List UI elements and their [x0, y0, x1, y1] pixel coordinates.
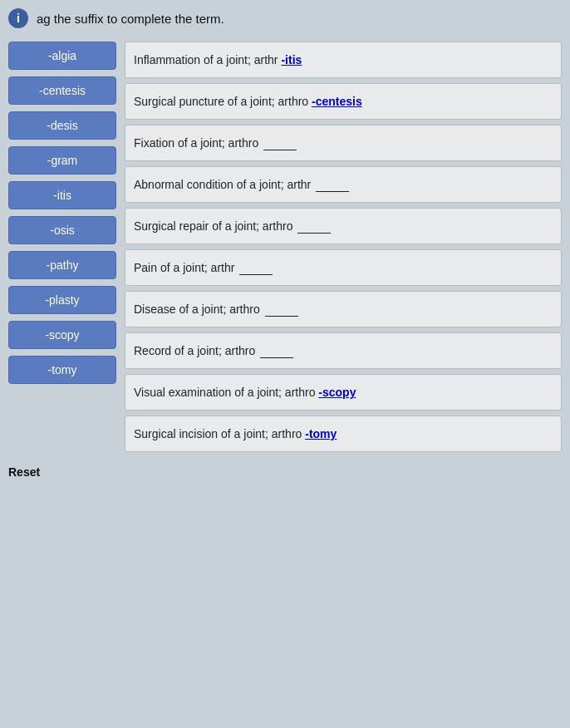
definition-box: Visual examination of a joint; arthro -s…: [125, 374, 562, 411]
answer-text: -tomy: [305, 427, 337, 440]
definition-box: Surgical puncture of a joint; arthro -ce…: [125, 83, 562, 120]
blank-space[interactable]: [239, 261, 273, 275]
suffix-button[interactable]: -pathy: [8, 251, 116, 279]
blank-space[interactable]: [297, 219, 331, 234]
suffix-button[interactable]: -desis: [8, 111, 116, 140]
suffix-button[interactable]: -scopy: [8, 321, 116, 349]
definition-box: Surgical repair of a joint; arthro: [125, 208, 562, 244]
blank-space[interactable]: [263, 136, 297, 150]
suffix-button[interactable]: -osis: [8, 216, 116, 244]
definition-box: Record of a joint; arthro: [125, 332, 562, 369]
definition-box: Disease of a joint; arthro: [125, 291, 562, 327]
header: i ag the suffix to complete the term.: [0, 8, 570, 35]
reset-button[interactable]: Reset: [8, 465, 40, 479]
suffix-column: -algia-centesis-desis-gram-itis-osis-pat…: [8, 42, 116, 384]
suffix-button[interactable]: -centesis: [8, 76, 116, 105]
definition-box: Fixation of a joint; arthro: [125, 125, 562, 161]
main-container: -algia-centesis-desis-gram-itis-osis-pat…: [0, 35, 570, 460]
suffix-button[interactable]: -plasty: [8, 286, 116, 314]
definition-box: Pain of a joint; arthr: [125, 249, 562, 286]
suffix-button[interactable]: -itis: [8, 181, 116, 209]
answer-text: -centesis: [312, 95, 362, 108]
answer-text: -scopy: [318, 386, 356, 399]
suffix-button[interactable]: -gram: [8, 146, 116, 175]
definition-box: Abnormal condition of a joint; arthr: [125, 166, 562, 203]
answer-text: -itis: [281, 53, 302, 66]
bottom-area: Reset: [0, 460, 570, 487]
info-icon: i: [8, 8, 28, 28]
blank-space[interactable]: [265, 303, 298, 317]
blank-space[interactable]: [316, 178, 349, 192]
definition-box: Surgical incision of a joint; arthro -to…: [125, 416, 562, 452]
definitions-column: Inflammation of a joint; arthr -itisSurg…: [125, 42, 562, 452]
suffix-button[interactable]: -algia: [8, 42, 116, 70]
blank-space[interactable]: [260, 344, 293, 358]
instruction-text: ag the suffix to complete the term.: [37, 12, 224, 26]
suffix-button[interactable]: -tomy: [8, 356, 116, 384]
definition-box: Inflammation of a joint; arthr -itis: [125, 42, 562, 78]
